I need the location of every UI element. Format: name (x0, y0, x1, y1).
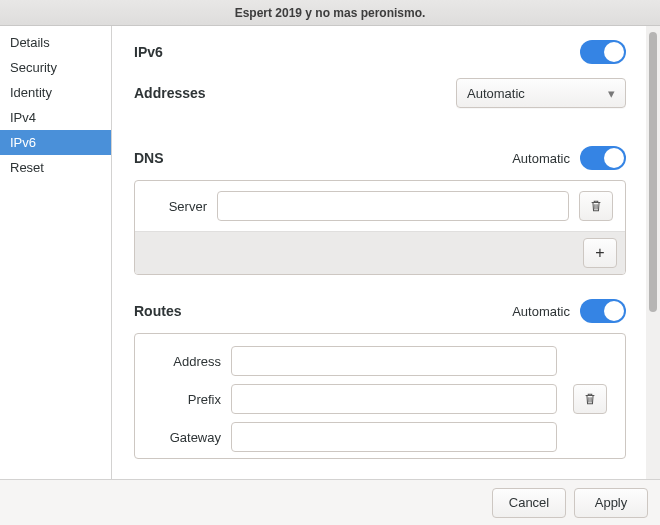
route-gateway-input[interactable] (231, 422, 557, 452)
chevron-down-icon: ▾ (608, 86, 615, 101)
cancel-label: Cancel (509, 495, 549, 510)
addresses-row: Addresses Automatic ▾ (134, 78, 626, 108)
sidebar-item-reset[interactable]: Reset (0, 155, 111, 180)
trash-icon (583, 392, 597, 406)
dns-server-row: Server (135, 181, 625, 231)
dns-automatic-label: Automatic (512, 151, 570, 166)
sidebar-item-security[interactable]: Security (0, 55, 111, 80)
addresses-method-value: Automatic (467, 86, 525, 101)
routes-automatic-toggle[interactable] (580, 299, 626, 323)
dns-add-row: + (135, 231, 625, 274)
route-delete-button[interactable] (573, 384, 607, 414)
sidebar-item-label: IPv4 (10, 110, 36, 125)
dns-title: DNS (134, 150, 164, 166)
sidebar-item-ipv6[interactable]: IPv6 (0, 130, 111, 155)
route-prefix-label: Prefix (147, 392, 221, 407)
routes-panel: Address Prefix Gateway (134, 333, 626, 459)
sidebar-item-label: Details (10, 35, 50, 50)
ipv6-toggle[interactable] (580, 40, 626, 64)
content: Details Security Identity IPv4 IPv6 Rese… (0, 26, 660, 479)
dns-automatic-toggle[interactable] (580, 146, 626, 170)
addresses-method-combo[interactable]: Automatic ▾ (456, 78, 626, 108)
sidebar-item-label: Identity (10, 85, 52, 100)
cancel-button[interactable]: Cancel (492, 488, 566, 518)
titlebar: Espert 2019 y no mas peronismo. (0, 0, 660, 26)
routes-header: Routes Automatic (134, 299, 626, 323)
route-address-input[interactable] (231, 346, 557, 376)
sidebar-item-details[interactable]: Details (0, 30, 111, 55)
sidebar-item-ipv4[interactable]: IPv4 (0, 105, 111, 130)
routes-automatic-label: Automatic (512, 304, 570, 319)
plus-icon: + (595, 245, 604, 261)
scrollbar-thumb[interactable] (649, 32, 657, 312)
apply-label: Apply (595, 495, 628, 510)
window-title: Espert 2019 y no mas peronismo. (235, 6, 426, 20)
apply-button[interactable]: Apply (574, 488, 648, 518)
ipv6-label: IPv6 (134, 44, 163, 60)
sidebar-item-label: Security (10, 60, 57, 75)
sidebar: Details Security Identity IPv4 IPv6 Rese… (0, 26, 112, 479)
dns-server-label: Server (147, 199, 207, 214)
footer: Cancel Apply (0, 479, 660, 525)
dns-add-button[interactable]: + (583, 238, 617, 268)
ipv6-row: IPv6 (134, 40, 626, 64)
route-gateway-label: Gateway (147, 430, 221, 445)
settings-pane: IPv6 Addresses Automatic ▾ DNS Automatic (112, 26, 646, 479)
dns-server-input[interactable] (217, 191, 569, 221)
sidebar-item-identity[interactable]: Identity (0, 80, 111, 105)
sidebar-item-label: Reset (10, 160, 44, 175)
addresses-label: Addresses (134, 85, 206, 101)
main-area: IPv6 Addresses Automatic ▾ DNS Automatic (112, 26, 660, 479)
route-prefix-input[interactable] (231, 384, 557, 414)
dns-header: DNS Automatic (134, 146, 626, 170)
routes-title: Routes (134, 303, 181, 319)
dns-panel: Server + (134, 180, 626, 275)
scrollbar[interactable] (646, 26, 660, 479)
route-entry: Address Prefix Gateway (135, 334, 625, 458)
dns-server-delete-button[interactable] (579, 191, 613, 221)
route-address-label: Address (147, 354, 221, 369)
trash-icon (589, 199, 603, 213)
sidebar-item-label: IPv6 (10, 135, 36, 150)
